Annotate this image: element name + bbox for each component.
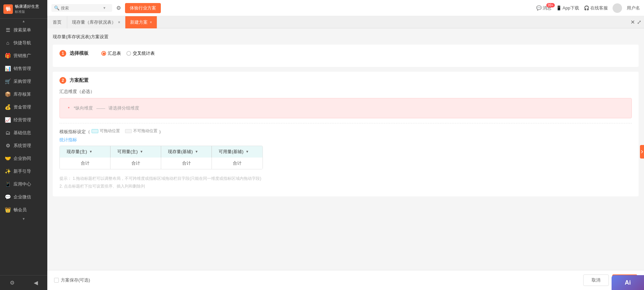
metric-header-2[interactable]: 现存量(基辅) ▼ [161,146,212,158]
username-label: 用户名 [627,5,640,11]
message-icon: 💬 [536,5,542,10]
radio-summary-dot[interactable] [101,51,106,56]
sidebar-collapse-btn[interactable]: ◀ [31,278,41,287]
template-options: 汇总表 交叉统计表 [101,50,155,56]
metric-header-0-label: 现存量(主) [67,149,87,155]
radio-cross[interactable]: 交叉统计表 [126,50,155,56]
sidebar-bottom: ⚙ ◀ [0,275,47,290]
non-draggable-legend-box [125,129,132,133]
dimension-box[interactable]: * *纵向维度 —— 请选择分组维度 [59,98,632,118]
topbar-search-box[interactable]: 🔍 ▼ [51,4,112,12]
sidebar-settings-btn[interactable]: ⚙ [7,278,17,287]
cart-icon: 🛒 [5,78,11,84]
indicator-settings-label: 模板指标设定（ 可拖动位置 不可拖动位置 ） [59,128,632,135]
save-checkbox[interactable] [54,278,59,283]
trends-icon: 📈 [5,117,11,123]
radio-summary[interactable]: 汇总表 [101,50,121,56]
metrics-table: 现存量(主) ▼ 可用量(主) ▼ 现存量(基辅) ▼ 可用量(基辅) [59,146,263,169]
trial-btn[interactable]: 体验行业方案 [125,3,161,13]
logo-text: 畅康通好生意 [15,4,39,9]
metric-body-1: 合计 [110,158,161,169]
dimension-placeholder: 请选择分组维度 [108,105,139,111]
required-star: * [68,106,70,111]
sidebar-item-collab[interactable]: 🤝 企业协同 [0,152,47,165]
right-edge-tab[interactable] [640,145,644,159]
app-download-label: App下载 [563,5,579,11]
sidebar-item-operations[interactable]: 📈 经营管理 [0,114,47,126]
indicator-section: 模板指标设定（ 可拖动位置 不可拖动位置 ） 统计指标 [59,128,632,170]
sidebar-item-label: 采购管理 [14,78,31,84]
sidebar-logo: 畅 畅康通好生意 标准版 [0,0,47,19]
tabs-right: ✕ ⤢ [630,19,644,25]
tab-new-plan[interactable]: 新建方案 × [125,16,157,28]
sidebar-item-sales[interactable]: 📊 销售管理 [0,62,47,75]
sidebar-item-appcenter[interactable]: 📱 应用中心 [0,178,47,191]
chevron-down-0: ▼ [89,150,93,153]
cancel-button[interactable]: 取消 [583,274,609,286]
sidebar-item-label: 新手引导 [14,168,31,174]
gear-icon: ⚙ [5,143,11,149]
step2-row: 2 方案配置 [59,77,632,84]
sidebar-scroll-up[interactable]: ▲ [0,19,47,24]
sidebar-item-marketing[interactable]: 🎁 营销推广 [0,49,47,62]
main-area: 🔍 ▼ ⚙ 体验行业方案 💬 消息 99+ 📱 App下载 🎧 在线客服 用户名 [47,0,644,290]
folder-icon: 🗂 [5,130,11,136]
app-download-btn[interactable]: 📱 App下载 [556,5,579,11]
sidebar-item-inventory[interactable]: 📦 库存核算 [0,88,47,101]
save-label: 方案保存(可选) [61,277,90,283]
radio-cross-label: 交叉统计表 [133,50,155,56]
sidebar-item-label: 企业协同 [14,155,31,162]
sidebar-item-label: 销售管理 [14,66,31,72]
tab-home[interactable]: 首页 [47,16,67,28]
metric-body-2: 合计 [161,158,212,169]
tab-home-label: 首页 [53,19,61,25]
sidebar-item-system[interactable]: ⚙ 系统管理 [0,139,47,152]
chevron-down-icon[interactable]: ▼ [103,6,106,10]
step1-card: 1 选择模板 汇总表 交叉统计表 [53,45,639,67]
stats-title: 统计指标 [59,137,632,143]
headset-icon: 🎧 [584,5,589,10]
metric-header-2-label: 现存量(基辅) [168,149,193,155]
search-input[interactable] [61,6,101,10]
sidebar-scroll-down[interactable]: ▼ [0,216,47,221]
star-icon: ✨ [5,168,11,174]
avatar[interactable] [613,3,622,13]
chevron-down-3: ▼ [246,150,249,153]
metric-header-1[interactable]: 可用量(主) ▼ [110,146,161,158]
ai-float-button[interactable]: Ai [612,275,644,290]
sidebar-item-label: 应用中心 [14,181,31,187]
sidebar-item-newbie[interactable]: ✨ 新手引导 [0,165,47,178]
sidebar-item-basic-info[interactable]: 🗂 基础信息 [0,126,47,139]
sidebar-item-label: 经营管理 [14,117,31,123]
sidebar-item-finance[interactable]: 💰 资金管理 [0,101,47,114]
mobile-download-icon: 📱 [556,5,562,10]
tab-inventory-label: 现存量（库存状况表） [72,19,116,25]
tab-close-all-icon[interactable]: ✕ [630,19,635,25]
metric-body-3: 合计 [212,158,263,169]
mobile-icon: 📱 [5,181,11,187]
message-btn[interactable]: 💬 消息 99+ [536,5,551,11]
sidebar-item-quicknav[interactable]: ⌂ 快捷导航 [0,37,47,49]
save-option: 方案保存(可选) [54,277,90,283]
sidebar-item-member[interactable]: 👑 畅会员 [0,203,47,216]
topbar-gear-icon[interactable]: ⚙ [116,5,121,11]
sidebar-item-search[interactable]: ☰ 搜索菜单 [0,24,47,37]
sidebar-item-wechat[interactable]: 💬 企业微信 [0,191,47,203]
tab-new-plan-label: 新建方案 [130,19,148,25]
expand-icon [641,149,643,154]
radio-cross-dot[interactable] [126,51,131,56]
tab-new-plan-close[interactable]: × [150,20,152,25]
sidebar: 畅 畅康通好生意 标准版 ▲ ☰ 搜索菜单 ⌂ 快捷导航 🎁 营销推广 📊 销售… [0,0,47,290]
step1-row: 1 选择模板 汇总表 交叉统计表 [59,50,632,57]
tab-inventory[interactable]: 现存量（库存状况表） × [67,16,125,28]
metric-header-3[interactable]: 可用量(基辅) ▼ [212,146,263,158]
tab-expand-icon[interactable]: ⤢ [637,19,641,25]
sidebar-item-label: 企业微信 [14,194,31,200]
logo-icon: 畅 [3,4,13,14]
sidebar-item-purchase[interactable]: 🛒 采购管理 [0,75,47,88]
box-icon: 📦 [5,91,11,97]
online-service-btn[interactable]: 🎧 在线客服 [584,5,608,11]
metric-header-0[interactable]: 现存量(主) ▼ [60,146,110,158]
tab-inventory-close[interactable]: × [118,20,120,25]
page-title: 现存量(库存状况表)方案设置 [53,34,639,40]
